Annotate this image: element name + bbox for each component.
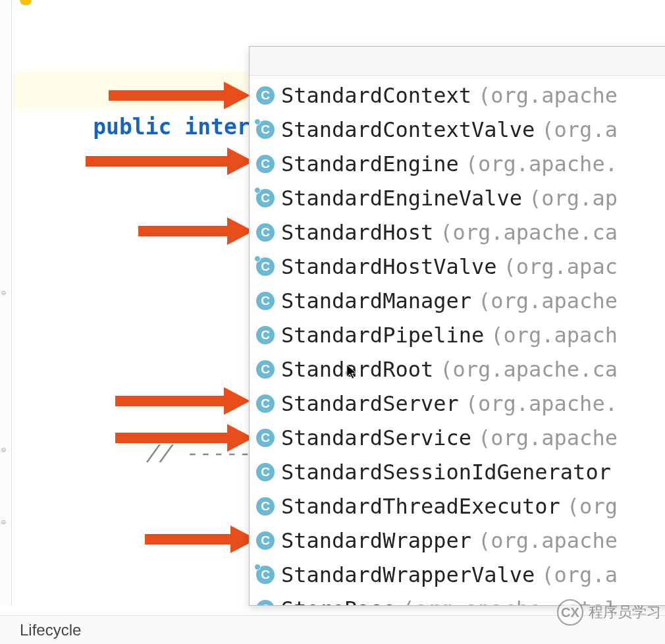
completion-popup[interactable]: C CStandardContext(org.apacheCStandardCo… [249,46,665,606]
fold-marker-icon[interactable]: ⊖ [1,445,11,454]
completion-class-name: StandardThreadExecutor [281,494,560,519]
class-icon: C [256,257,275,276]
completion-item[interactable]: CStandardEngine(org.apache. [250,147,665,181]
completion-package: (org.apache [478,425,618,450]
breadcrumb[interactable]: Lifecycle [20,621,81,639]
completion-package: (org.apache.ca [440,220,618,245]
completion-item[interactable]: CStandardHostValve(org.apac [250,250,665,284]
class-icon: C [256,155,275,173]
completion-package: (org.apache [478,528,618,553]
completion-package: (org.a [541,117,618,142]
completion-list[interactable]: CStandardContext(org.apacheCStandardCont… [250,76,665,606]
completion-class-name: StandardWrapper [281,528,471,553]
completion-item[interactable]: CStandardContext(org.apache [250,78,665,113]
class-icon: C [256,223,275,242]
class-icon: C [256,566,275,584]
class-icon: C [256,292,275,310]
gutter: ⊖ ⊖ ⊖ [0,0,12,606]
class-icon: C [256,394,275,413]
class-icon: C [256,121,275,139]
completion-item[interactable]: CStandardWrapperValve(org.a [250,558,665,592]
annotation-arrow-icon [115,428,253,444]
completion-class-name: StandardService [281,425,471,450]
annotation-arrow-icon [86,151,253,167]
class-icon: C [256,531,275,550]
completion-item[interactable]: CStandardThreadExecutor(org [250,489,665,523]
class-icon: C [256,189,275,207]
completion-item[interactable]: CStandardService(org.apache [250,421,665,455]
annotation-arrow-icon [145,529,257,545]
completion-item[interactable]: CStandardSessionIdGenerator [250,455,665,489]
annotation-arrow-icon [109,86,250,101]
class-icon: C [256,600,275,606]
completion-class-name: StandardContext [281,83,471,108]
completion-package: (org.apach [491,323,618,348]
completion-package: (org.apac [504,254,618,279]
completion-class-name: StandardContextValve [281,117,535,142]
completion-package: (org.apache. [466,391,618,416]
watermark-logo-icon: CX [557,599,583,626]
completion-class-name: StandardEngineValve [281,186,522,211]
fold-marker-icon[interactable]: ⊖ [1,288,11,298]
completion-item[interactable]: CStandardHost(org.apache.ca [250,215,665,250]
watermark: CX 程序员学习 [557,599,661,626]
class-icon: C [256,326,275,344]
completion-item[interactable]: CStandardServer(org.apache. [250,387,665,421]
completion-package: (org [567,494,618,519]
completion-class-name: StoreBase [281,597,395,606]
completion-item[interactable]: CStandardPipeline(org.apach [250,318,665,352]
completion-package: (org.ap [529,186,618,211]
watermark-text: 程序员学习 [589,603,661,622]
completion-class-name: StandardPipeline [281,323,484,348]
completion-class-name: StandardSessionIdGenerator [281,460,611,485]
class-icon: C [256,463,275,481]
completion-class-name: StandardHostValve [281,254,497,279]
class-icon: C [256,86,275,105]
annotation-arrow-icon [138,221,253,237]
completion-package: (org.apache.ca [440,357,618,382]
completion-item[interactable]: CStandardManager(org.apache [250,284,665,318]
popup-header: C [250,47,665,76]
completion-class-name: StandardEngine [281,151,459,176]
completion-item[interactable]: CStandardEngineValve(org.ap [250,181,665,215]
class-icon: C [256,360,275,379]
completion-package: (org.apache [478,83,618,108]
completion-package: (org.apache [478,288,618,313]
completion-class-name: StandardWrapperValve [281,562,535,587]
completion-package: (org.a [541,562,618,587]
class-icon: C [256,497,275,516]
class-icon: C [256,429,275,447]
completion-item[interactable]: CStandardRoot(org.apache.ca [250,352,665,387]
completion-class-name: StandardManager [281,288,471,313]
fold-marker-icon[interactable]: ⊖ [1,518,11,527]
completion-package: (org.apache. [466,151,618,176]
keyword-public: public [93,114,171,140]
completion-item[interactable]: CStandardContextValve(org.a [250,113,665,147]
completion-class-name: StandardRoot [281,357,433,382]
annotation-arrow-icon [115,391,250,407]
completion-class-name: StandardHost [281,220,433,245]
completion-item[interactable]: CStandardWrapper(org.apache [250,523,665,558]
completion-class-name: StandardServer [281,391,459,416]
